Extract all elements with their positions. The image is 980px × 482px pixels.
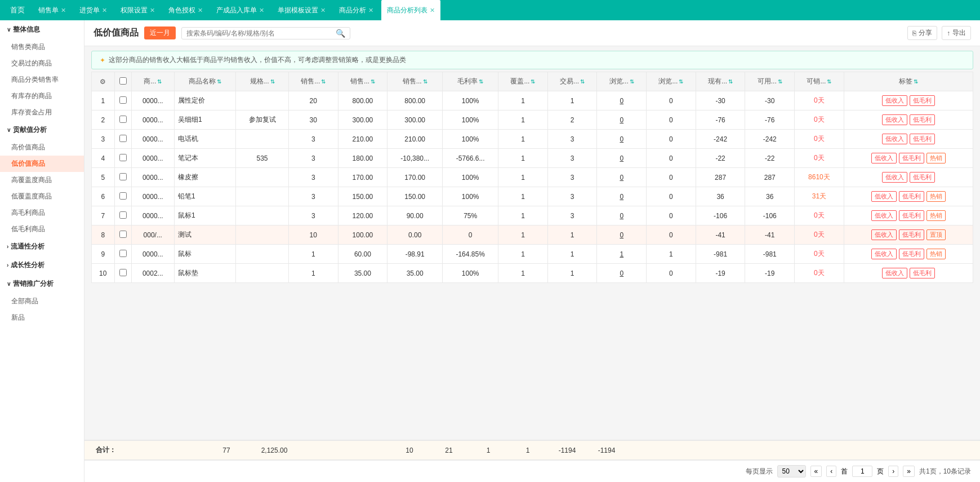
search-input[interactable]	[186, 29, 336, 37]
col-browse1[interactable]: 浏览...⇅	[597, 72, 647, 91]
nav-inventory[interactable]: 产成品入库单 ✕	[211, 0, 270, 20]
col-tags[interactable]: 标签⇅	[844, 72, 973, 91]
next-page-button[interactable]: ›	[888, 466, 898, 477]
col-gross-margin[interactable]: 毛利率⇅	[443, 72, 498, 91]
per-page-select[interactable]: 50 100 200	[777, 465, 806, 477]
row-select-checkbox[interactable]	[119, 173, 127, 180]
tag-badge: 低收入	[871, 153, 897, 163]
nav-permissions[interactable]: 权限设置 ✕	[115, 0, 161, 20]
nav-close-permissions[interactable]: ✕	[150, 7, 155, 14]
sidebar-item-sales-products[interactable]: 销售类商品	[0, 39, 84, 55]
sidebar-section-marketing[interactable]: ∨ 营销推广分析	[0, 275, 84, 293]
nav-close-inventory[interactable]: ✕	[259, 7, 264, 14]
sidebar-item-traded-products[interactable]: 交易过的商品	[0, 55, 84, 72]
browse-link[interactable]: 0	[620, 174, 623, 182]
row-select-checkbox[interactable]	[119, 96, 127, 104]
nav-close-templates[interactable]: ✕	[320, 7, 326, 14]
row-checkbox[interactable]	[114, 264, 131, 283]
browse-link[interactable]: 0	[620, 269, 623, 277]
row-checkbox[interactable]	[114, 187, 131, 206]
row-checkbox[interactable]	[114, 206, 131, 225]
col-settings[interactable]: ⚙	[92, 72, 115, 91]
nav-close-purchase[interactable]: ✕	[102, 7, 107, 14]
first-page-button[interactable]: «	[810, 466, 822, 477]
sidebar-section-contribution[interactable]: ∨ 贡献值分析	[0, 121, 84, 139]
col-spec[interactable]: 规格...⇅	[236, 72, 289, 91]
row-checkbox[interactable]	[114, 110, 131, 130]
browse-link[interactable]: 0	[620, 212, 623, 220]
nav-close-product-analysis[interactable]: ✕	[368, 7, 373, 14]
col-available[interactable]: 可用...⇅	[745, 72, 795, 91]
browse-link[interactable]: 0	[620, 193, 623, 201]
nav-templates[interactable]: 单据模板设置 ✕	[272, 0, 331, 20]
settings-icon[interactable]: ⚙	[100, 78, 106, 86]
col-coverage[interactable]: 覆盖...⇅	[498, 72, 548, 91]
row-select-checkbox[interactable]	[119, 250, 127, 257]
sidebar-section-flow[interactable]: › 流通性分析	[0, 237, 84, 256]
sidebar-item-low-value[interactable]: 低价值商品	[0, 156, 84, 172]
nav-home[interactable]: 首页	[5, 0, 30, 20]
sidebar-item-high-coverage[interactable]: 高覆盖度商品	[0, 172, 84, 188]
browse-link[interactable]: 0	[620, 116, 623, 124]
browse-link[interactable]: 0	[620, 231, 623, 239]
row-select-checkbox[interactable]	[119, 135, 127, 142]
sidebar-item-all-products[interactable]: 全部商品	[0, 293, 84, 309]
share-button[interactable]: ⎘ 分享	[907, 26, 937, 40]
sidebar-item-high-margin[interactable]: 高毛利商品	[0, 205, 84, 221]
nav-roles[interactable]: 角色授权 ✕	[163, 0, 208, 20]
row-select-checkbox[interactable]	[119, 211, 127, 219]
browse-link[interactable]: 0	[620, 97, 623, 105]
sidebar-item-new-products[interactable]: 新品	[0, 309, 84, 326]
col-sales-qty[interactable]: 销售...⇅	[288, 72, 338, 91]
col-name[interactable]: 商品名称⇅	[174, 72, 235, 91]
filter-button[interactable]: 近一月	[144, 26, 176, 39]
col-sellable[interactable]: 可销...⇅	[795, 72, 844, 91]
last-page-button[interactable]: »	[903, 466, 915, 477]
row-checkbox[interactable]	[114, 130, 131, 149]
row-checkbox[interactable]	[114, 245, 131, 264]
col-browse2[interactable]: 浏览...⇅	[647, 72, 696, 91]
search-icon[interactable]: 🔍	[336, 29, 345, 38]
sidebar-item-low-coverage[interactable]: 低覆盖度商品	[0, 188, 84, 205]
tag-badge: 低毛利	[910, 268, 935, 278]
nav-product-list[interactable]: 商品分析列表 ✕	[381, 0, 440, 20]
table-area: ⚙ 商...⇅ 商品名称⇅ 规格...⇅ 销售...⇅ 销售...⇅ 销售...…	[84, 72, 980, 440]
row-browse2: 0	[647, 206, 696, 225]
sidebar-section-overall[interactable]: ∨ 整体信息	[0, 20, 84, 39]
col-sales-amount[interactable]: 销售...⇅	[387, 72, 443, 91]
nav-sales[interactable]: 销售单 ✕	[33, 0, 72, 20]
browse-link[interactable]: 0	[620, 154, 623, 162]
row-name: 鼠标1	[174, 206, 235, 225]
col-transaction[interactable]: 交易...⇅	[547, 72, 597, 91]
row-checkbox[interactable]	[114, 225, 131, 245]
row-checkbox[interactable]	[114, 149, 131, 168]
nav-close-sales[interactable]: ✕	[61, 7, 66, 14]
row-checkbox[interactable]	[114, 168, 131, 187]
col-sales-price[interactable]: 销售...⇅	[338, 72, 387, 91]
sidebar-item-category-sales[interactable]: 商品分类销售率	[0, 72, 84, 88]
row-select-checkbox[interactable]	[119, 192, 127, 200]
sidebar-item-high-value[interactable]: 高价值商品	[0, 139, 84, 156]
browse-link[interactable]: 0	[620, 135, 623, 143]
nav-product-analysis[interactable]: 商品分析 ✕	[333, 0, 379, 20]
sidebar-item-inventory-capital[interactable]: 库存资金占用	[0, 104, 84, 121]
row-select-checkbox[interactable]	[119, 154, 127, 161]
browse-link[interactable]: 1	[620, 250, 623, 258]
col-code[interactable]: 商...⇅	[131, 72, 174, 91]
nav-purchase[interactable]: 进货单 ✕	[74, 0, 113, 20]
row-checkbox[interactable]	[114, 91, 131, 110]
select-all-checkbox[interactable]	[119, 77, 127, 85]
nav-close-product-list[interactable]: ✕	[430, 7, 435, 14]
col-current[interactable]: 现有...⇅	[696, 72, 745, 91]
row-sellable: 0天	[795, 110, 844, 130]
sidebar-section-growth[interactable]: › 成长性分析	[0, 256, 84, 275]
sidebar-item-low-margin[interactable]: 低毛利商品	[0, 221, 84, 237]
page-input[interactable]	[852, 466, 872, 477]
prev-page-button[interactable]: ‹	[826, 466, 836, 477]
sidebar-item-inventory-products[interactable]: 有库存的商品	[0, 88, 84, 104]
nav-close-roles[interactable]: ✕	[198, 7, 203, 14]
row-select-checkbox[interactable]	[119, 231, 127, 238]
row-select-checkbox[interactable]	[119, 269, 127, 276]
export-button[interactable]: ↑ 导出	[942, 26, 971, 40]
row-select-checkbox[interactable]	[119, 116, 127, 123]
